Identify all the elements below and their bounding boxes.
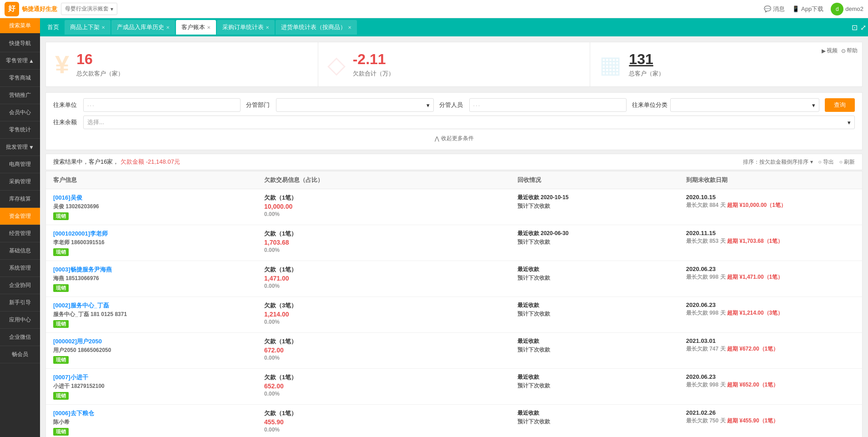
debt-amount[interactable]: 672.00 (264, 347, 517, 354)
tab-product-listing[interactable]: 商品上下架 ✕ (65, 20, 110, 35)
filter-balance-select[interactable]: 选择... ▾ (83, 116, 855, 129)
tab-close-icon[interactable]: ✕ (166, 25, 170, 30)
overdue-amount-link[interactable]: 超期 ¥1,471.00（1笔） (727, 274, 783, 280)
sort-btn[interactable]: 排序：按欠款金额倒序排序 ▾ (743, 158, 813, 166)
debt-amount[interactable]: 10,000.00 (264, 203, 517, 210)
customer-name-link[interactable]: [0002]服务中心_丁磊 (53, 301, 264, 310)
tab-window-icon[interactable]: ⊡ (852, 23, 858, 32)
due-date: 2020.10.15 (686, 194, 855, 201)
tab-close-icon[interactable]: ✕ (207, 25, 211, 30)
tab-close-icon[interactable]: ✕ (266, 25, 269, 30)
next-payment: 预计下次收款 (517, 238, 686, 246)
due-date: 2020.06.23 (686, 373, 855, 380)
due-date: 2020.06.23 (686, 266, 855, 272)
video-btn[interactable]: ▶ 视频 (822, 47, 838, 55)
message-btn[interactable]: 💬 消息 (764, 5, 785, 13)
sidebar-item-retail-store[interactable]: 零售商城 (0, 70, 40, 87)
overdue-amount-link[interactable]: 超期 ¥455.90（1笔） (727, 417, 778, 424)
logo-text: 畅捷通好生意 (22, 5, 57, 13)
tab-customer-account[interactable]: 客户账本 ✕ (176, 20, 216, 35)
sidebar-item-inventory[interactable]: 库存核算 (0, 191, 40, 208)
tab-home[interactable]: 首页 (42, 20, 65, 35)
customer-name-link[interactable]: [0001020001]李老师 (53, 230, 264, 238)
recent-payment: 最近收款 (517, 409, 686, 417)
stat-value-customers[interactable]: 131 (629, 51, 853, 68)
customer-name-link[interactable]: [0003]畅捷服务尹海燕 (53, 266, 264, 274)
debt-amount[interactable]: 1,703.68 (264, 239, 517, 246)
debt-amount[interactable]: 652.00 (264, 382, 517, 390)
overdue-amount-link[interactable]: 超期 ¥672.00（1笔） (727, 346, 778, 352)
debt-amount[interactable]: 1,471.00 (264, 275, 517, 282)
customer-name-link[interactable]: [0016]吴俊 (53, 194, 264, 202)
sidebar-item-wholesale[interactable]: 批发管理 ▼ (0, 139, 40, 156)
due-date: 2021.03.01 (686, 337, 855, 344)
sidebar-item-system[interactable]: 系统管理 (0, 260, 40, 277)
debt-amount[interactable]: 1,214.00 (264, 311, 517, 318)
search-button[interactable]: 查询 (825, 98, 855, 112)
sidebar-item-member[interactable]: 畅会员 (0, 346, 40, 363)
sidebar-item-finance[interactable]: 资金管理 (0, 208, 40, 225)
filter-person-input[interactable]: ··· (469, 98, 627, 112)
refresh-icon: ○ (839, 159, 843, 165)
user-menu-btn[interactable]: d demo2 (831, 3, 863, 15)
customer-tag: 现销 (53, 248, 69, 256)
debt-count: 欠款（3笔） (264, 301, 517, 310)
sidebar-item-retail-stats[interactable]: 零售统计 (0, 121, 40, 139)
tab-purchase-stats-product[interactable]: 进货单统计表（按商品） ✕ (276, 20, 357, 35)
customer-name-link[interactable]: [0007]小进干 (53, 373, 264, 382)
sidebar-item-purchase[interactable]: 采购管理 (0, 173, 40, 191)
sidebar-search[interactable]: 搜索菜单 (0, 18, 40, 33)
sidebar-item-membership[interactable]: 会员中心 (0, 104, 40, 121)
tab-finished-goods[interactable]: 产成品入库单历史 ✕ (111, 20, 175, 35)
chevron-up-icon: ⋀ (435, 136, 439, 142)
recent-payment: 最近收款 (517, 337, 686, 345)
due-date: 2021.02.26 (686, 409, 855, 416)
customer-name-link[interactable]: [000002]用户2050 (53, 337, 264, 346)
sidebar-item-quick-nav[interactable]: 快捷导航 (0, 35, 40, 52)
overdue-days: 最长欠款 998 天 超期 ¥652.00（1笔） (686, 381, 855, 389)
overdue-amount-link[interactable]: 超期 ¥1,214.00（3笔） (727, 310, 783, 316)
recent-payment: 最近收款 (517, 301, 686, 309)
stat-label-debtors: 总欠款客户（家） (76, 70, 309, 78)
overdue-days: 最长欠款 884 天 超期 ¥10,000.00（1笔） (686, 201, 855, 209)
table-row: [0007]小进干 小进干 18279152100 现销 欠款（1笔） 652.… (46, 369, 862, 405)
customer-name-link[interactable]: [0006]去下粮仓 (53, 409, 264, 417)
filter-category-select[interactable]: ▾ (670, 98, 819, 112)
tab-purchase-order-stats[interactable]: 采购订单统计表 ✕ (217, 20, 275, 35)
sidebar-item-wechat[interactable]: 企业微信 (0, 329, 40, 346)
result-bar: 搜索结果中，客户16家， 欠款金额 -21,148.07元 排序：按欠款金额倒序… (45, 154, 863, 170)
tab-close-icon[interactable]: ✕ (101, 25, 105, 30)
overdue-amount-link[interactable]: 超期 ¥652.00（1笔） (727, 382, 778, 388)
export-btn[interactable]: ○ 导出 (818, 158, 834, 166)
overdue-amount-link[interactable]: 超期 ¥10,000.00（1笔） (727, 202, 786, 208)
refresh-btn[interactable]: ○ 刷新 (839, 158, 855, 166)
debt-count: 欠款（1笔） (264, 373, 517, 382)
next-payment: 预计下次收款 (517, 418, 686, 426)
filter-party-input[interactable]: ··· (83, 98, 241, 112)
brand-selector[interactable]: 母婴行业演示账套 ▾ (61, 3, 117, 15)
app-download-btn[interactable]: 📱 App下载 (792, 5, 823, 13)
filter-dept-select[interactable]: ▾ (276, 98, 433, 112)
sidebar-item-collab[interactable]: 企业协同 (0, 277, 40, 294)
customer-tag: 现销 (53, 284, 69, 292)
collapse-filters-btn[interactable]: ⋀ 收起更多条件 (435, 135, 474, 142)
sidebar-item-marketing[interactable]: 营销推广 (0, 87, 40, 104)
help-btn[interactable]: ⊙ 帮助 (841, 47, 858, 55)
sidebar-item-newbie[interactable]: 新手引导 (0, 294, 40, 311)
due-date: 2020.06.23 (686, 301, 855, 308)
sidebar-item-basic-info[interactable]: 基础信息 (0, 242, 40, 260)
sidebar-item-operations[interactable]: 经营管理 (0, 225, 40, 242)
sidebar-item-retail-mgmt[interactable]: 零售管理 ▲ (0, 52, 40, 70)
sidebar-item-apps[interactable]: 应用中心 (0, 311, 40, 329)
customer-contact: 海燕 18513066976 (53, 275, 264, 282)
sidebar-item-ecommerce[interactable]: 电商管理 (0, 156, 40, 173)
tab-expand-icon[interactable]: ⤢ (860, 23, 866, 32)
tab-close-icon[interactable]: ✕ (348, 25, 351, 30)
user-avatar: d (831, 3, 843, 15)
debt-amount[interactable]: 455.90 (264, 418, 517, 426)
debt-percent: 0.00% (264, 319, 517, 325)
overdue-days: 最长欠款 998 天 超期 ¥1,214.00（3笔） (686, 309, 855, 317)
customer-contact: 小进干 18279152100 (53, 382, 264, 390)
debt-percent: 0.00% (264, 427, 517, 433)
overdue-amount-link[interactable]: 超期 ¥1,703.68（1笔） (727, 238, 783, 244)
